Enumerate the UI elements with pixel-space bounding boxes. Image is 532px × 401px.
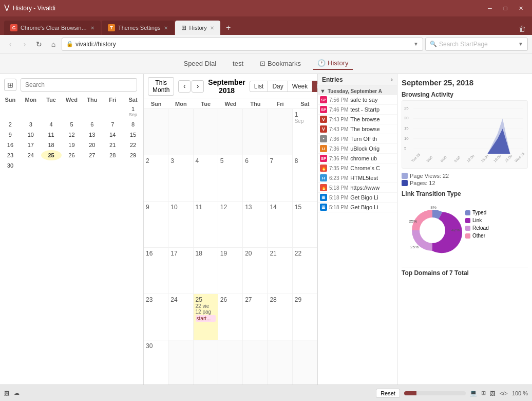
address-bar[interactable]: 🔒 vivaldi://history ▼ bbox=[62, 38, 423, 51]
entry-item[interactable]: V 7:43 PM The browse bbox=[318, 115, 397, 124]
mini-day[interactable] bbox=[21, 160, 41, 171]
statusbar-code-icon[interactable]: </> bbox=[500, 390, 508, 396]
mini-day[interactable]: 12 bbox=[62, 130, 82, 140]
big-day-17[interactable]: 17 bbox=[168, 248, 193, 294]
mini-day[interactable] bbox=[102, 160, 123, 171]
mini-day[interactable]: 28 bbox=[102, 150, 123, 160]
big-day-27[interactable]: 27 bbox=[243, 294, 268, 340]
list-view-btn[interactable]: List bbox=[250, 81, 269, 92]
maximize-button[interactable]: □ bbox=[498, 3, 512, 13]
search-input[interactable] bbox=[21, 78, 137, 92]
mini-day[interactable]: 4 bbox=[41, 119, 62, 130]
mini-day[interactable]: 7 bbox=[102, 119, 123, 130]
mini-day[interactable] bbox=[62, 160, 82, 171]
mini-day[interactable]: 30 bbox=[0, 160, 21, 171]
mini-day[interactable]: 27 bbox=[82, 150, 102, 160]
big-day-12[interactable]: 12 bbox=[218, 202, 243, 248]
entries-arrow[interactable]: › bbox=[391, 76, 393, 83]
mini-day[interactable] bbox=[62, 104, 82, 119]
big-day-9[interactable]: 9 bbox=[144, 202, 168, 248]
week-view-btn[interactable]: Week bbox=[288, 81, 312, 92]
entry-item[interactable]: ⊞ 5:18 PM Get Bigo Li bbox=[318, 203, 397, 212]
mini-day[interactable]: 20 bbox=[82, 140, 102, 150]
statusbar-windows-icon[interactable]: ⊞ bbox=[481, 390, 486, 396]
entry-item[interactable]: ⊞ 5:18 PM Get Bigo Li bbox=[318, 193, 397, 203]
tab-close-history[interactable]: ✕ bbox=[210, 25, 214, 31]
big-day-2[interactable]: 2 bbox=[144, 155, 168, 202]
big-day-empty[interactable] bbox=[168, 340, 193, 385]
mini-day[interactable]: 26 bbox=[62, 150, 82, 160]
big-day-19[interactable]: 19 bbox=[218, 248, 243, 294]
big-day-26[interactable]: 26 bbox=[218, 294, 243, 340]
big-day-empty[interactable] bbox=[218, 340, 243, 385]
big-day-6[interactable]: 6 bbox=[243, 155, 268, 202]
mini-day[interactable]: 16 bbox=[0, 140, 21, 150]
big-day-5[interactable]: 5 bbox=[218, 155, 243, 202]
mini-day[interactable]: 19 bbox=[62, 140, 82, 150]
day-view-btn[interactable]: Day bbox=[268, 81, 288, 92]
big-day-empty[interactable] bbox=[243, 340, 268, 385]
big-day-empty[interactable] bbox=[144, 109, 168, 155]
tab-add-button[interactable]: + bbox=[221, 21, 236, 35]
this-month-button[interactable]: This Month bbox=[148, 77, 174, 96]
tab-trash-icon[interactable]: 🗑 bbox=[517, 23, 528, 35]
big-day-15[interactable]: 15 bbox=[293, 202, 317, 248]
mini-day-today[interactable]: 25 bbox=[41, 150, 62, 160]
big-day-7[interactable]: 7 bbox=[268, 155, 292, 202]
cal-prev-button[interactable]: ‹ bbox=[178, 80, 191, 93]
mini-day[interactable] bbox=[41, 104, 62, 119]
search-bar[interactable]: 🔍 Search StartPage ▼ bbox=[425, 38, 528, 51]
big-day-29[interactable]: 29 bbox=[293, 294, 317, 340]
entry-item[interactable]: • 7:36 PM Turn Off th bbox=[318, 134, 397, 144]
big-day-empty[interactable] bbox=[168, 109, 193, 155]
mini-day[interactable]: 17 bbox=[21, 140, 41, 150]
entry-item[interactable]: 🔥 7:35 PM Chrome's C bbox=[318, 163, 397, 173]
mini-day[interactable] bbox=[82, 160, 102, 171]
big-day-10[interactable]: 10 bbox=[168, 202, 193, 248]
mini-day[interactable]: 10 bbox=[21, 130, 41, 140]
big-day-empty[interactable] bbox=[293, 340, 317, 385]
mini-day[interactable] bbox=[102, 104, 123, 119]
mini-day[interactable]: 18 bbox=[41, 140, 62, 150]
big-day-8[interactable]: 8 bbox=[293, 155, 317, 202]
entry-item[interactable]: 🔥 5:18 PM https://www bbox=[318, 183, 397, 193]
big-day-empty[interactable] bbox=[218, 109, 243, 155]
mini-day[interactable]: 15 bbox=[123, 130, 143, 140]
big-day-24[interactable]: 24 bbox=[168, 294, 193, 340]
status-cloud-icon[interactable]: ☁ bbox=[14, 390, 20, 396]
mini-day[interactable]: 5 bbox=[62, 119, 82, 130]
big-day-25[interactable]: 25 22 vie 12 pag start... bbox=[194, 294, 218, 340]
big-day-20[interactable]: 20 bbox=[243, 248, 268, 294]
big-day-11[interactable]: 11 bbox=[194, 202, 218, 248]
mini-day[interactable]: 11 bbox=[41, 130, 62, 140]
nav-bookmarks[interactable]: ⊡ Bookmarks bbox=[256, 58, 305, 69]
mini-day[interactable]: 3 bbox=[21, 119, 41, 130]
mini-day[interactable]: 24 bbox=[21, 150, 41, 160]
mini-day[interactable] bbox=[21, 104, 41, 119]
big-day-14[interactable]: 14 bbox=[268, 202, 292, 248]
big-day-21[interactable]: 21 bbox=[268, 248, 292, 294]
big-day-empty[interactable] bbox=[268, 340, 292, 385]
big-day-16[interactable]: 16 bbox=[144, 248, 168, 294]
mini-day-1[interactable]: 1Sep bbox=[123, 104, 143, 119]
big-day-30[interactable]: 30 bbox=[144, 340, 168, 385]
tab-close-themes[interactable]: ✕ bbox=[164, 25, 168, 31]
entry-item[interactable]: U 7:36 PM uBlock Orig bbox=[318, 144, 397, 154]
tab-themes[interactable]: T Themes Settings ✕ bbox=[102, 21, 174, 35]
mini-day[interactable]: 23 bbox=[0, 150, 21, 160]
mini-day[interactable]: 6 bbox=[82, 119, 102, 130]
big-day-1[interactable]: 1Sep bbox=[293, 109, 317, 155]
entry-item[interactable]: H 6:23 PM HTML5test bbox=[318, 173, 397, 183]
big-day-empty[interactable] bbox=[194, 340, 218, 385]
mini-day[interactable]: 14 bbox=[102, 130, 123, 140]
cal-next-button[interactable]: › bbox=[192, 80, 204, 93]
mini-day[interactable]: 29 bbox=[123, 150, 143, 160]
mini-day[interactable] bbox=[82, 104, 102, 119]
reload-button[interactable]: ↻ bbox=[33, 38, 45, 50]
big-day-28[interactable]: 28 bbox=[268, 294, 292, 340]
home-button[interactable]: ⌂ bbox=[47, 38, 60, 50]
back-button[interactable]: ‹ bbox=[4, 38, 16, 50]
search-dropdown-icon[interactable]: ▼ bbox=[518, 41, 523, 47]
tab-chrome-clear[interactable]: C Chrome's Clear Browsing Da... ✕ bbox=[4, 21, 101, 35]
mini-day[interactable]: 9 bbox=[0, 130, 21, 140]
